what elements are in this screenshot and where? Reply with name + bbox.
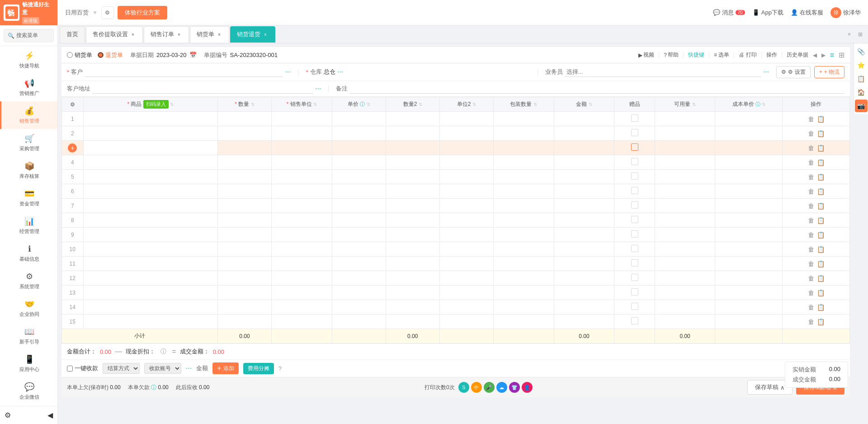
- row-11-unit-price[interactable]: [332, 257, 386, 271]
- sidebar-item-system[interactable]: ⚙ 系统管理: [0, 267, 57, 295]
- row-7-pack-qty[interactable]: [493, 199, 554, 213]
- calendar-icon[interactable]: 📅: [189, 52, 197, 58]
- cost-info-icon[interactable]: ⓘ: [755, 101, 760, 107]
- row-4-quantity[interactable]: [218, 155, 272, 170]
- gift-checkbox-5[interactable]: [631, 172, 638, 180]
- sidebar-item-inventory[interactable]: 📦 库存核算: [0, 157, 57, 184]
- fee-help-icon[interactable]: ?: [278, 365, 282, 372]
- row-4-unit2[interactable]: [439, 155, 493, 170]
- message-button[interactable]: 💬 消息 70: [713, 9, 745, 17]
- add-payment-button[interactable]: + 添加: [212, 362, 238, 374]
- row-15-available[interactable]: [655, 314, 715, 329]
- th-settings[interactable]: ⚙: [62, 97, 84, 112]
- row-11-pack-qty[interactable]: [493, 257, 554, 271]
- row-10-product[interactable]: [83, 242, 217, 257]
- row-13-amount[interactable]: [554, 286, 614, 300]
- row-2-quantity2[interactable]: [386, 126, 439, 141]
- row-7-quantity2[interactable]: [386, 199, 439, 213]
- row-2-pack-qty[interactable]: [493, 126, 554, 141]
- row-13-unit-price[interactable]: [332, 286, 386, 300]
- row-3-copy[interactable]: 📋: [817, 144, 825, 152]
- row-12-quantity[interactable]: [218, 271, 272, 286]
- view-grid[interactable]: ⊞: [839, 51, 844, 59]
- row-1-available[interactable]: [655, 112, 715, 126]
- row-10-available[interactable]: [655, 242, 715, 257]
- row-5-unit2[interactable]: [439, 170, 493, 184]
- row-13-cost-price[interactable]: [715, 286, 783, 300]
- radio-return[interactable]: [98, 52, 104, 58]
- qty2-sort-icon[interactable]: ⇅: [419, 102, 422, 107]
- action-video[interactable]: ▶ 视频: [638, 51, 654, 59]
- action-help[interactable]: ? 帮助: [664, 51, 679, 59]
- row-1-unit-price[interactable]: [332, 112, 386, 126]
- row-15-copy[interactable]: 📋: [817, 318, 825, 325]
- gift-checkbox-8[interactable]: [631, 216, 638, 223]
- row-15-unit-price[interactable]: [332, 314, 386, 329]
- row-7-sales-unit[interactable]: [271, 199, 332, 213]
- row-13-quantity[interactable]: [218, 286, 272, 300]
- row-9-cost-price[interactable]: [715, 228, 783, 242]
- gift-checkbox-3[interactable]: [631, 143, 638, 151]
- action-select[interactable]: ≡ 选单: [714, 51, 729, 59]
- right-panel-note[interactable]: 📋: [855, 72, 868, 85]
- row-15-pack-qty[interactable]: [493, 314, 554, 329]
- sidebar-item-apps[interactable]: 📱 应用中心: [0, 350, 57, 377]
- row-11-unit2[interactable]: [439, 257, 493, 271]
- row-11-sales-unit[interactable]: [271, 257, 332, 271]
- unit2-sort-icon[interactable]: ⇅: [472, 102, 476, 107]
- row-13-quantity2[interactable]: [386, 286, 439, 300]
- gift-checkbox-14[interactable]: [631, 303, 638, 310]
- row-9-amount[interactable]: [554, 228, 614, 242]
- row-9-available[interactable]: [655, 228, 715, 242]
- settings-gear-button[interactable]: ⚙: [101, 6, 114, 19]
- row-6-copy[interactable]: 📋: [817, 188, 825, 195]
- row-7-unit-price[interactable]: [332, 199, 386, 213]
- row-4-amount[interactable]: [554, 155, 614, 170]
- sidebar-item-quick-nav[interactable]: ⚡ 快捷导航: [0, 46, 57, 74]
- tab-sales-order[interactable]: 销售订单 ×: [144, 26, 189, 43]
- sidebar-item-wechat[interactable]: 💬 企业微信: [0, 377, 57, 405]
- payment-account-select[interactable]: 收款账号: [144, 363, 181, 374]
- row-8-copy[interactable]: 📋: [817, 217, 825, 224]
- row-14-copy[interactable]: 📋: [817, 304, 825, 311]
- row-1-unit2[interactable]: [439, 112, 493, 126]
- row-15-amount[interactable]: [554, 314, 614, 329]
- gift-checkbox-9[interactable]: [631, 230, 638, 238]
- row-2-cost-price[interactable]: [715, 126, 783, 141]
- action-print[interactable]: 🖨 打印: [739, 51, 756, 59]
- row-1-quantity2[interactable]: [386, 112, 439, 126]
- quick-pay-label[interactable]: 一键收款: [67, 364, 98, 372]
- row-3-unit-price[interactable]: [332, 141, 386, 155]
- row-1-copy[interactable]: 📋: [817, 115, 825, 123]
- shirt-icon[interactable]: 👕: [509, 382, 520, 393]
- sidebar-item-finance[interactable]: 💳 资金管理: [0, 184, 57, 212]
- row-3-gift[interactable]: [614, 141, 655, 155]
- row-11-copy[interactable]: 📋: [817, 260, 825, 267]
- gift-checkbox-10[interactable]: [631, 245, 638, 252]
- row-9-quantity2[interactable]: [386, 228, 439, 242]
- row-7-gift[interactable]: [614, 199, 655, 213]
- row-15-sales-unit[interactable]: [271, 314, 332, 329]
- right-panel-attachment[interactable]: 📎: [855, 45, 868, 58]
- prev-record[interactable]: ◀: [813, 52, 817, 58]
- row-5-quantity[interactable]: [218, 170, 272, 184]
- settings-bottom-icon[interactable]: ⚙: [5, 411, 11, 419]
- row-14-quantity2[interactable]: [386, 300, 439, 314]
- row-9-pack-qty[interactable]: [493, 228, 554, 242]
- gift-checkbox-4[interactable]: [631, 158, 638, 165]
- row-4-quantity2[interactable]: [386, 155, 439, 170]
- row-14-pack-qty[interactable]: [493, 300, 554, 314]
- row-12-unit2[interactable]: [439, 271, 493, 286]
- row-14-cost-price[interactable]: [715, 300, 783, 314]
- gift-checkbox-7[interactable]: [631, 201, 638, 209]
- row-1-cost-price[interactable]: [715, 112, 783, 126]
- row-12-available[interactable]: [655, 271, 715, 286]
- row-13-pack-qty[interactable]: [493, 286, 554, 300]
- tab-price-settings[interactable]: 售价提取设置 ×: [86, 26, 143, 43]
- cloud-icon[interactable]: ☁: [496, 382, 507, 393]
- add-row-button[interactable]: +: [68, 143, 77, 152]
- row-12-gift[interactable]: [614, 271, 655, 286]
- close-all-tabs[interactable]: ×: [844, 31, 854, 38]
- gift-checkbox-13[interactable]: [631, 288, 638, 295]
- row-3-delete[interactable]: 🗑: [808, 144, 814, 152]
